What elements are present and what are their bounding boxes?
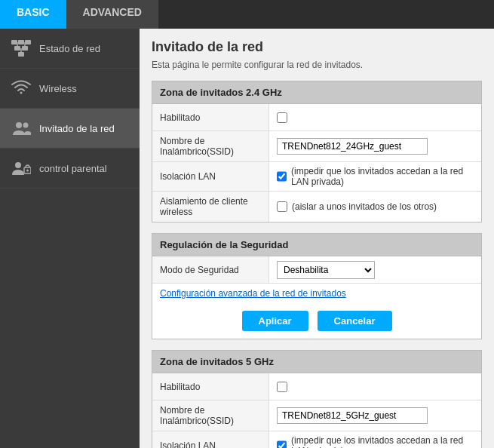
zone-24-section: Zona de invitados 2.4 GHz Habilitado Nom… (152, 81, 482, 222)
wireless-icon (11, 78, 32, 99)
client-isolation-24-row: Aislamiento de cliente wireless (aislar … (152, 192, 481, 222)
security-mode-24-select[interactable]: Deshabilita (277, 261, 375, 279)
sidebar-item-guest[interactable]: Invitado de la red (0, 109, 140, 149)
isolation-lan-24-row: Isolación LAN (impedir que los invitados… (152, 162, 481, 192)
sidebar-item-wireless[interactable]: Wireless (0, 69, 140, 109)
svg-rect-2 (25, 40, 31, 44)
isolation-lan-5-text: (impedir que los invitados accedan a la … (291, 435, 474, 448)
ssid-5-row: Nombre de Inalámbrico(SSID) (152, 400, 481, 431)
zone-24-header: Zona de invitados 2.4 GHz (152, 81, 481, 104)
main-layout: Estado de red Wireless (0, 29, 494, 448)
isolation-lan-5-label: Isolación LAN (152, 431, 269, 448)
sidebar-label-network-status: Estado de red (39, 43, 100, 54)
habilitado-24-value (269, 109, 481, 127)
isolation-lan-5-value: (impedir que los invitados accedan a la … (269, 431, 481, 448)
isolation-lan-5-row: Isolación LAN (impedir que los invitados… (152, 431, 481, 448)
ssid-5-value (269, 404, 481, 428)
guest-icon (11, 118, 32, 139)
habilitado-24-label: Habilitado (152, 104, 269, 130)
client-isolation-24-value: (aislar a unos invitados de los otros) (269, 198, 481, 216)
security-mode-24-label: Modo de Seguridad (152, 256, 269, 283)
svg-rect-1 (18, 40, 24, 44)
habilitado-5-label: Habilitado (152, 373, 269, 400)
habilitado-24-checkbox[interactable] (277, 112, 287, 123)
tab-advanced[interactable]: ADVANCED (66, 0, 158, 29)
security-24-header: Regulación de la Seguridad (152, 234, 481, 256)
top-nav: BASIC ADVANCED (0, 0, 494, 29)
sidebar-item-parental[interactable]: control parental (0, 149, 140, 189)
ssid-5-input[interactable] (277, 407, 428, 424)
content-area: Invitado de la red Esta página le permit… (140, 29, 494, 448)
habilitado-24-row: Habilitado (152, 104, 481, 131)
isolation-lan-24-value: (impedir que los invitados accedan a la … (269, 162, 481, 191)
cancel-button[interactable]: Cancelar (318, 311, 392, 331)
ssid-5-label: Nombre de Inalámbrico(SSID) (152, 400, 269, 431)
client-isolation-24-text: (aislar a unos invitados de los otros) (292, 201, 437, 212)
ssid-24-row: Nombre de Inalámbrico(SSID) (152, 131, 481, 162)
isolation-lan-24-checkbox[interactable] (277, 171, 287, 182)
svg-rect-0 (11, 40, 17, 44)
habilitado-5-row: Habilitado (152, 373, 481, 400)
svg-point-11 (15, 162, 21, 168)
sidebar: Estado de red Wireless (0, 29, 140, 448)
page-title: Invitado de la red (152, 39, 482, 55)
tab-basic[interactable]: BASIC (0, 0, 66, 29)
parental-icon (11, 158, 32, 179)
habilitado-5-value (269, 378, 481, 396)
page-description: Esta página le permite configurar la red… (152, 60, 482, 70)
isolation-lan-24-text: (impedir que los invitados accedan a la … (291, 166, 474, 187)
apply-button[interactable]: Aplicar (242, 311, 308, 331)
ssid-24-input[interactable] (277, 138, 428, 155)
security-mode-24-value: Deshabilita (269, 257, 481, 283)
sidebar-label-wireless: Wireless (39, 83, 77, 94)
advanced-link-24[interactable]: Configuración avanzada de la red de invi… (160, 288, 474, 299)
button-row-24: Aplicar Cancelar (152, 305, 481, 339)
security-mode-24-row: Modo de Seguridad Deshabilita (152, 256, 481, 284)
sidebar-label-parental: control parental (39, 163, 107, 174)
svg-point-9 (16, 122, 22, 128)
zone-5-header: Zona de invitados 5 GHz (152, 351, 481, 373)
security-24-section: Regulación de la Seguridad Modo de Segur… (152, 233, 482, 339)
network-icon (11, 38, 32, 59)
sidebar-item-network-status[interactable]: Estado de red (0, 29, 140, 69)
client-isolation-24-label: Aislamiento de cliente wireless (152, 192, 269, 222)
ssid-24-value (269, 134, 481, 158)
zone-5-section: Zona de invitados 5 GHz Habilitado Nombr… (152, 350, 482, 448)
isolation-lan-5-checkbox[interactable] (277, 440, 287, 448)
svg-point-13 (26, 170, 29, 172)
ssid-24-label: Nombre de Inalámbrico(SSID) (152, 131, 269, 161)
isolation-lan-24-label: Isolación LAN (152, 162, 269, 191)
svg-point-10 (23, 123, 29, 128)
client-isolation-24-checkbox[interactable] (277, 201, 287, 212)
sidebar-label-guest: Invitado de la red (39, 123, 115, 134)
habilitado-5-checkbox[interactable] (277, 382, 287, 392)
